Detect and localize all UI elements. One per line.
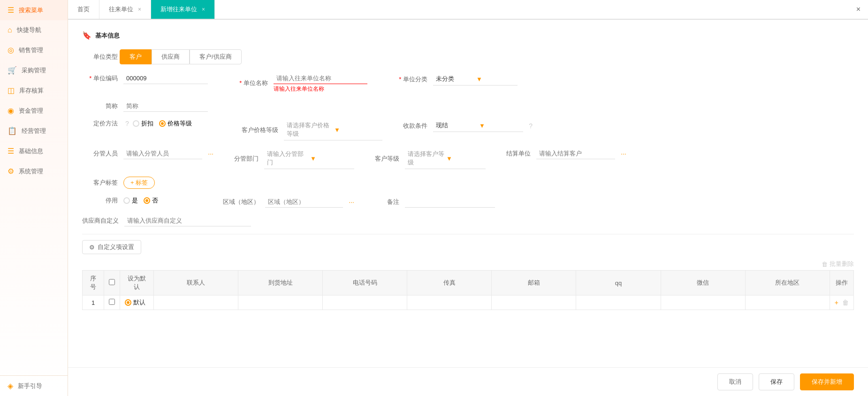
supplier-custom-label: 供应商自定义 (82, 217, 121, 225)
customer-price-level-arrow-icon: ▼ (334, 126, 380, 133)
cancel-button[interactable]: 取消 (717, 373, 753, 390)
pricing-method-label: 定价方法 (82, 119, 120, 128)
contact-input[interactable] (159, 299, 233, 306)
abbreviation-input[interactable] (123, 101, 208, 112)
field-pricing-method: 定价方法 ? 折扣 价格等级 (82, 119, 242, 128)
tab-home[interactable]: 首页 (68, 0, 99, 19)
row-default-radio[interactable]: 默认 (125, 298, 149, 307)
contacts-table: 序号 设为默认 联系人 到货地址 电话号码 传真 邮箱 qq 微信 所在地区 操… (82, 270, 854, 310)
sidebar-item-search[interactable]: ☰ 搜索菜单 (0, 0, 68, 20)
row-contact[interactable] (154, 295, 238, 310)
close-new-counterparty-tab[interactable]: × (202, 6, 205, 13)
type-btn-supplier[interactable]: 供应商 (152, 49, 190, 64)
sidebar-item-quick-nav[interactable]: ⌂ 快捷导航 (0, 20, 68, 40)
unit-type-label: 单位类型 (82, 53, 120, 61)
unit-name-input[interactable] (274, 73, 367, 84)
add-tag-button[interactable]: + 标签 (123, 177, 155, 189)
region-more-icon[interactable]: ··· (349, 198, 354, 206)
row-email[interactable] (492, 295, 576, 310)
type-btn-customer[interactable]: 客户 (120, 49, 152, 64)
row-actions-cell: + 🗑 (830, 295, 853, 310)
sidebar-item-label: 采购管理 (22, 66, 46, 75)
disabled-yes[interactable]: 是 (123, 196, 138, 205)
save-new-button[interactable]: 保存并新增 (800, 373, 854, 390)
discount-label: 折扣 (141, 119, 153, 128)
close-all-tabs[interactable]: × (849, 5, 868, 14)
manager-more-icon[interactable]: ··· (208, 150, 213, 157)
address-input[interactable] (243, 299, 318, 306)
unit-category-label: 单位分类 (392, 75, 429, 84)
pricing-radio-discount[interactable]: 折扣 (133, 119, 153, 128)
row-wechat[interactable] (661, 295, 745, 310)
col-contact: 联系人 (154, 271, 238, 295)
batch-delete-label[interactable]: 批量删除 (830, 260, 854, 268)
row-location[interactable] (745, 295, 830, 310)
section-title: 基本信息 (95, 31, 120, 40)
tab-bar: 首页 往来单位 × 新增往来单位 × × (68, 0, 868, 20)
tab-new-counterparty[interactable]: 新增往来单位 × (151, 0, 215, 19)
row-address[interactable] (238, 295, 323, 310)
unit-category-select[interactable]: 未分类 ▼ (433, 73, 518, 85)
row-customer-tag: 客户标签 + 标签 (82, 177, 854, 189)
select-all-checkbox[interactable] (109, 279, 115, 285)
customer-price-level-select[interactable]: 请选择客户价格等级 ▼ (284, 119, 382, 140)
sidebar-item-sales[interactable]: ◎ 销售管理 (0, 40, 68, 60)
sidebar-item-purchase[interactable]: 🛒 采购管理 (0, 60, 68, 80)
supplier-custom-input[interactable] (124, 215, 251, 226)
phone-input[interactable] (327, 299, 402, 306)
sidebar-item-system[interactable]: ⚙ 系统管理 (0, 161, 68, 181)
payment-terms-help-icon[interactable]: ? (529, 122, 533, 130)
section-header: 🔖 基本信息 (82, 31, 854, 40)
row-abbreviation: 简称 (82, 101, 854, 112)
field-region: 区域（地区） ··· (223, 196, 354, 208)
customer-level-select[interactable]: 请选择客户等级 ▼ (405, 148, 486, 169)
department-select[interactable]: 请输入分管部门 ▼ (264, 148, 354, 169)
custom-settings-button[interactable]: ⚙ 自定义项设置 (82, 240, 141, 254)
wechat-input[interactable] (666, 299, 740, 306)
disabled-label: 停用 (82, 196, 120, 205)
sidebar-item-finance[interactable]: ◉ 资金管理 (0, 101, 68, 121)
level-radio-circle (159, 120, 166, 127)
row-fax[interactable] (407, 295, 492, 310)
sidebar-item-basic[interactable]: ☰ 基础信息 (0, 141, 68, 161)
row-phone[interactable] (323, 295, 407, 310)
settlement-unit-more-icon[interactable]: ··· (621, 150, 626, 157)
row-add-button[interactable]: + (835, 299, 838, 306)
manager-input[interactable] (123, 148, 202, 159)
col-checkbox[interactable] (104, 271, 120, 295)
remark-input[interactable] (405, 196, 495, 208)
sidebar-item-operations[interactable]: 📋 经营管理 (0, 121, 68, 141)
col-location: 所在地区 (745, 271, 830, 295)
location-input[interactable] (750, 299, 825, 306)
field-unit-category: 单位分类 未分类 ▼ (392, 73, 542, 85)
fax-input[interactable] (412, 299, 487, 306)
sidebar-item-guide[interactable]: ◈ 新手引导 (0, 376, 68, 396)
disabled-no[interactable]: 否 (144, 196, 158, 205)
row-default-cell: 默认 (120, 295, 154, 310)
unit-code-input[interactable] (123, 73, 208, 84)
email-input[interactable] (496, 299, 571, 306)
section-icon: 🔖 (82, 31, 91, 40)
type-btn-both[interactable]: 客户/供应商 (190, 49, 242, 64)
qq-input[interactable] (581, 299, 655, 306)
system-icon: ⚙ (8, 167, 14, 176)
disabled-radio-group: 是 否 (123, 196, 158, 205)
settlement-unit-input[interactable] (536, 148, 615, 159)
sidebar-item-label: 新手引导 (18, 382, 42, 390)
field-supplier-custom: 供应商自定义 (82, 215, 251, 226)
row-checkbox[interactable] (109, 299, 115, 305)
payment-terms-select[interactable]: 现结 ▼ (433, 119, 523, 132)
row-qq[interactable] (576, 295, 661, 310)
pricing-radio-level[interactable]: 价格等级 (159, 119, 192, 128)
row-checkbox-cell[interactable] (104, 295, 120, 310)
customer-level-placeholder: 请选择客户等级 (408, 150, 444, 167)
sidebar-item-label: 资金管理 (19, 107, 43, 115)
sidebar-item-inventory[interactable]: ◫ 库存核算 (0, 80, 68, 101)
row-delete-button[interactable]: 🗑 (842, 299, 849, 306)
region-input[interactable] (265, 196, 343, 208)
tab-counterparty[interactable]: 往来单位 × (99, 0, 151, 19)
customer-tag-label: 客户标签 (82, 179, 120, 187)
close-counterparty-tab[interactable]: × (138, 6, 141, 13)
save-button[interactable]: 保存 (759, 373, 794, 390)
pricing-help-icon[interactable]: ? (125, 120, 129, 127)
